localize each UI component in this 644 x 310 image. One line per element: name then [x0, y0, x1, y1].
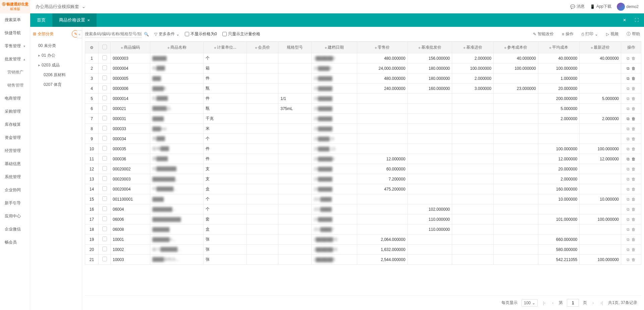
delete-icon[interactable]: 🗑: [632, 167, 636, 171]
nav-item[interactable]: 销售管理: [0, 79, 30, 92]
nav-item[interactable]: 采购管理: [0, 105, 30, 118]
search-input[interactable]: [85, 30, 142, 38]
main-unit-only-checkbox[interactable]: 只显示主计量价格: [222, 31, 260, 37]
nav-item[interactable]: 批发管理▴: [0, 53, 30, 66]
row-checkbox[interactable]: [99, 174, 111, 184]
row-checkbox[interactable]: [99, 84, 111, 94]
row-checkbox[interactable]: [99, 73, 111, 84]
next-page-button[interactable]: ›: [591, 301, 595, 305]
col-ref-cost[interactable]: ◆参考成本价: [493, 42, 538, 53]
tab-price-settings[interactable]: 商品价格设置 ✕: [52, 13, 97, 27]
row-checkbox[interactable]: [99, 134, 111, 144]
delete-icon[interactable]: 🗑: [632, 237, 636, 242]
detail-icon[interactable]: ⧉: [627, 86, 630, 91]
nav-item[interactable]: 库存核算: [0, 118, 30, 131]
col-purchase[interactable]: ◆基准进价: [452, 42, 494, 53]
row-checkbox[interactable]: [99, 124, 111, 134]
row-checkbox[interactable]: [99, 224, 111, 235]
delete-icon[interactable]: 🗑: [632, 177, 636, 182]
user-menu[interactable]: demo2: [617, 3, 639, 11]
video-button[interactable]: ▷视频: [605, 31, 620, 37]
detail-icon[interactable]: ⧉: [627, 66, 630, 71]
detail-icon[interactable]: ⧉: [627, 187, 630, 192]
page-input[interactable]: [567, 299, 579, 307]
detail-icon[interactable]: ⧉: [627, 207, 630, 212]
row-checkbox[interactable]: [99, 255, 111, 265]
row-checkbox[interactable]: [99, 184, 111, 194]
tab-close-all[interactable]: ✕: [620, 15, 629, 25]
detail-icon[interactable]: ⧉: [627, 147, 630, 151]
row-checkbox[interactable]: [99, 194, 111, 204]
col-gear[interactable]: ⚙: [85, 42, 99, 53]
row-checkbox[interactable]: [99, 104, 111, 114]
delete-icon[interactable]: 🗑: [632, 147, 636, 151]
per-page-select[interactable]: 100⌄: [522, 299, 538, 307]
col-checkbox[interactable]: [99, 42, 111, 53]
detail-icon[interactable]: ⧉: [627, 247, 630, 252]
col-latest[interactable]: ◆最新进价: [580, 42, 621, 53]
delete-icon[interactable]: 🗑: [632, 126, 636, 131]
detail-icon[interactable]: ⧉: [627, 167, 630, 171]
detail-icon[interactable]: ⧉: [627, 106, 630, 111]
delete-icon[interactable]: 🗑: [632, 106, 636, 111]
col-unit[interactable]: ◆计量单位...: [203, 42, 247, 53]
nav-item[interactable]: 经营管理: [0, 144, 30, 157]
row-checkbox[interactable]: [99, 114, 111, 124]
delete-icon[interactable]: 🗑: [632, 157, 636, 161]
nav-item[interactable]: 畅会员: [0, 236, 30, 249]
account-set-selector[interactable]: 办公用品行业模拟账套 ⌄: [30, 4, 91, 10]
more-filter-button[interactable]: ▽更多条件⌄: [154, 31, 179, 37]
message-button[interactable]: 💬消息: [570, 4, 585, 9]
col-retail[interactable]: ◆零售价: [357, 42, 408, 53]
tree-item[interactable]: 01 办公: [33, 51, 79, 60]
print-button[interactable]: ⎙打印⌄: [580, 31, 599, 37]
app-download-button[interactable]: 📱App下载: [590, 4, 611, 9]
delete-icon[interactable]: 🗑: [632, 137, 636, 141]
row-checkbox[interactable]: [99, 204, 111, 214]
col-member-price[interactable]: ◆会员价: [247, 42, 278, 53]
collapse-tree-button[interactable]: «: [77, 30, 82, 38]
nav-item[interactable]: 资金管理: [0, 131, 30, 144]
delete-icon[interactable]: 🗑: [632, 197, 636, 202]
detail-icon[interactable]: ⧉: [627, 96, 630, 101]
detail-icon[interactable]: ⧉: [627, 126, 630, 131]
nav-item[interactable]: 营销推广: [0, 66, 30, 79]
nav-item[interactable]: 企业微信: [0, 223, 30, 236]
delete-icon[interactable]: 🗑: [632, 76, 636, 81]
detail-icon[interactable]: ⧉: [627, 227, 630, 232]
delete-icon[interactable]: 🗑: [632, 227, 636, 232]
hide-zero-checkbox[interactable]: 不显示价格为0: [185, 31, 217, 37]
row-checkbox[interactable]: [99, 245, 111, 255]
col-create-date[interactable]: ◆建档日期: [311, 42, 357, 53]
delete-icon[interactable]: 🗑: [632, 56, 636, 61]
col-name[interactable]: ◆商品名称: [150, 42, 204, 53]
row-checkbox[interactable]: [99, 164, 111, 174]
fullscreen-icon[interactable]: ⛶: [632, 15, 641, 25]
detail-icon[interactable]: ⧉: [627, 56, 630, 61]
delete-icon[interactable]: 🗑: [632, 257, 636, 262]
row-checkbox[interactable]: [99, 214, 111, 224]
row-checkbox[interactable]: [99, 63, 111, 73]
col-avg-cost[interactable]: ◆平均成本: [538, 42, 580, 53]
tab-home[interactable]: 首页: [30, 13, 52, 27]
col-spec[interactable]: 规格型号: [278, 42, 312, 53]
delete-icon[interactable]: 🗑: [632, 86, 636, 91]
delete-icon[interactable]: 🗑: [632, 116, 636, 121]
search-icon[interactable]: 🔍: [144, 32, 149, 37]
delete-icon[interactable]: 🗑: [632, 96, 636, 101]
detail-icon[interactable]: ⧉: [627, 237, 630, 242]
nav-item[interactable]: 应用中心: [0, 210, 30, 223]
row-checkbox[interactable]: [99, 53, 111, 63]
nav-item[interactable]: 系统管理: [0, 170, 30, 184]
operation-button[interactable]: ≡操作: [560, 31, 575, 37]
delete-icon[interactable]: 🗑: [632, 207, 636, 212]
detail-icon[interactable]: ⧉: [627, 137, 630, 141]
category-all[interactable]: ⊞全部分类: [33, 31, 54, 37]
nav-item[interactable]: 基础信息: [0, 157, 30, 170]
row-checkbox[interactable]: [99, 94, 111, 104]
delete-icon[interactable]: 🗑: [632, 187, 636, 192]
detail-icon[interactable]: ⧉: [627, 76, 630, 81]
tree-item[interactable]: 0203 成品: [33, 60, 79, 70]
tree-item[interactable]: 00 未分类: [33, 41, 79, 51]
col-wholesale[interactable]: ◆基准批发价: [408, 42, 452, 53]
